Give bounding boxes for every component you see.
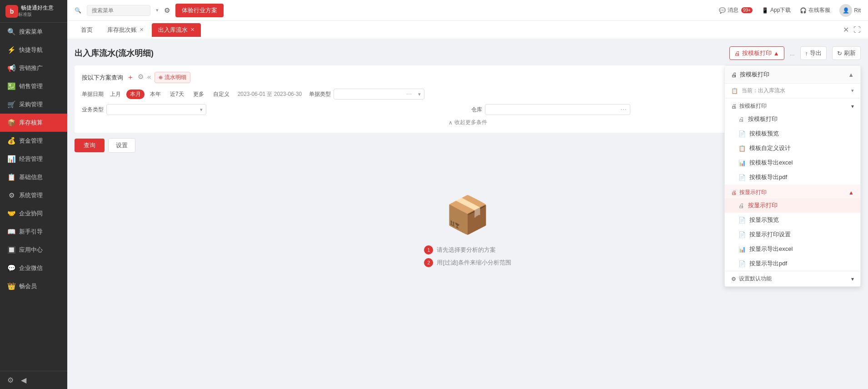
dropdown-item-display-excel[interactable]: 📊 按显示导出excel	[725, 242, 860, 256]
industry-solution-button[interactable]: 体验行业方案	[175, 4, 224, 17]
sidebar-label-cooperation: 企业协同	[19, 209, 43, 218]
export-button[interactable]: ↑ 导出	[800, 46, 827, 60]
tab-batch-label: 库存批次账	[107, 26, 137, 34]
sidebar-item-inventory[interactable]: 📦 库存核算	[0, 114, 67, 132]
current-label: 当前：出入库流水	[742, 87, 785, 95]
display-print-section[interactable]: 🖨 按显示打印 ▲	[725, 185, 860, 198]
sidebar-label-wechat: 企业微信	[19, 264, 43, 272]
dropdown-item-template-preview[interactable]: 📄 按模板预览	[725, 126, 860, 141]
footer-label: 设置默认功能	[739, 275, 772, 283]
settings-button[interactable]: 设置	[108, 138, 135, 153]
sidebar-icon-system: ⚙	[7, 191, 15, 199]
messages-button[interactable]: 💬 消息 99+	[719, 6, 753, 14]
logo: b 畅捷通好生意 标准版	[0, 0, 67, 23]
sidebar-item-quick_nav[interactable]: ⚡ 快捷导航	[0, 41, 67, 59]
scroll-up-button[interactable]: ▲	[848, 71, 854, 78]
sidebar-item-finance[interactable]: 💰 资金管理	[0, 132, 67, 150]
dropdown-item-display-preview[interactable]: 📄 按显示预览	[725, 213, 860, 227]
section-arrow-icon: ▾	[851, 103, 854, 110]
topbar-dropdown-icon[interactable]: ▾	[156, 7, 159, 13]
dropdown-item-display-print[interactable]: 🖨 按显示打印	[725, 198, 860, 213]
filter-label: 按以下方案查询	[82, 72, 123, 82]
sidebar-item-system[interactable]: ⚙ 系统管理	[0, 186, 67, 204]
date-range-display: 2023-06-01 至 2023-06-30	[238, 90, 302, 98]
tab-batch-close[interactable]: ✕	[140, 27, 144, 33]
window-close-icon[interactable]: ✕	[843, 25, 849, 34]
sidebar-item-sales[interactable]: 💹 销售管理	[0, 77, 67, 95]
header-actions: 🖨 按模板打印 ▲ ... ↑ 导出 ↻ 刷新	[729, 46, 861, 60]
template-print-section[interactable]: 🖨 按模板打印 ▾	[725, 98, 860, 112]
dropdown-title: 🖨 按模板打印	[731, 70, 769, 79]
item-icon-9: 📊	[738, 246, 746, 253]
online-service-button[interactable]: 🎧 在线客服	[800, 6, 830, 14]
tab-home[interactable]: 首页	[75, 23, 99, 37]
step-2-text: 用[过滤]条件来缩小分析范围	[437, 259, 511, 267]
sidebar-item-guide[interactable]: 📖 新手引导	[0, 223, 67, 241]
date-btn-this-year[interactable]: 本年	[146, 90, 165, 99]
printer-icon-2: 🖨	[731, 71, 737, 78]
item-display-excel-label: 按显示导出excel	[749, 245, 793, 253]
filter-tag-circle-icon: ⊕	[159, 75, 163, 80]
sidebar-item-cooperation[interactable]: 🤝 企业协同	[0, 204, 67, 223]
dropdown-item-display-pdf[interactable]: 📄 按显示导出pdf	[725, 256, 860, 271]
refresh-button[interactable]: ↻ 刷新	[832, 46, 861, 60]
biz-type-select[interactable]	[106, 104, 206, 115]
topbar-gear-icon[interactable]: ⚙	[164, 6, 170, 15]
dropdown-item-display-print-settings[interactable]: 📄 按显示打印设置	[725, 227, 860, 242]
sidebar-label-marketing: 营销推广	[19, 64, 43, 72]
sidebar-item-basics[interactable]: 📋 基础信息	[0, 168, 67, 186]
dropdown-footer-set-default[interactable]: ⚙ 设置默认功能 ▾	[725, 271, 860, 286]
date-btn-more[interactable]: 更多	[190, 90, 208, 99]
more-actions-icon[interactable]: ...	[790, 50, 795, 57]
sidebar-label-finance: 资金管理	[19, 137, 43, 145]
search-input[interactable]	[87, 5, 150, 16]
dropdown-item-template-pdf[interactable]: 📄 按模板导出pdf	[725, 170, 860, 185]
doc-type-select[interactable]	[334, 89, 424, 100]
sidebar-label-vip: 畅会员	[19, 282, 37, 290]
date-btn-last-month[interactable]: 上月	[106, 90, 125, 99]
sidebar-item-vip[interactable]: 👑 畅会员	[0, 277, 67, 295]
avatar: 👤	[839, 4, 852, 17]
sidebar-item-purchase[interactable]: 🛒 采购管理	[0, 95, 67, 114]
sidebar-icon-apps: 🔲	[7, 246, 15, 254]
sidebar-icon-guide: 📖	[7, 228, 15, 236]
sidebar-item-search[interactable]: 🔍 搜索菜单	[0, 23, 67, 41]
print-template-button[interactable]: 🖨 按模板打印 ▲	[729, 46, 784, 60]
tab-batch[interactable]: 库存批次账 ✕	[101, 23, 150, 37]
sidebar-item-marketing[interactable]: 📢 营销推广	[0, 59, 67, 77]
sidebar-label-quick_nav: 快捷导航	[19, 46, 43, 54]
collapse-label: 收起更多条件	[454, 119, 487, 126]
date-btn-this-month[interactable]: 本月	[126, 90, 145, 99]
tab-flow-close[interactable]: ✕	[190, 27, 195, 33]
sidebar-collapse-icon[interactable]: ◀	[21, 376, 26, 384]
sidebar-label-purchase: 采购管理	[19, 100, 43, 109]
filter-tag[interactable]: ⊕ 流水明细	[155, 72, 190, 83]
user-profile[interactable]: 👤 Rit	[839, 4, 861, 17]
window-controls: ✕ ⛶	[843, 25, 861, 34]
sidebar-settings-icon[interactable]: ⚙	[7, 376, 14, 384]
sidebar-label-operation: 经营管理	[19, 155, 43, 163]
dropdown-item-template-custom[interactable]: 📋 模板自定义设计	[725, 141, 860, 155]
current-dropdown-icon[interactable]: ▾	[851, 88, 854, 94]
sidebar-item-wechat[interactable]: 💬 企业微信	[0, 259, 67, 277]
query-button[interactable]: 查询	[75, 139, 105, 152]
filter-add-icon[interactable]: ＋	[127, 73, 134, 82]
filter-toggle-icon[interactable]: «	[147, 73, 151, 80]
window-expand-icon[interactable]: ⛶	[853, 26, 861, 34]
date-btn-custom[interactable]: 自定义	[210, 90, 233, 99]
filter-settings-icon[interactable]: ⚙	[138, 73, 144, 81]
sidebar-icon-operation: 📊	[7, 155, 15, 163]
date-btn-7days[interactable]: 近7天	[166, 90, 188, 99]
tab-flow[interactable]: 出入库流水 ✕	[152, 23, 201, 37]
sidebar-icon-search: 🔍	[7, 28, 15, 36]
sidebar-item-operation[interactable]: 📊 经营管理	[0, 150, 67, 168]
logo-text-block: 畅捷通好生意 标准版	[18, 5, 54, 18]
item-icon-6: 🖨	[738, 202, 744, 209]
biz-type-label: 业务类型	[82, 106, 104, 114]
app-download-button[interactable]: 📱 App下载	[762, 6, 791, 14]
warehouse-input[interactable]	[485, 104, 630, 115]
sidebar-item-apps[interactable]: 🔲 应用中心	[0, 241, 67, 259]
dropdown-item-template-print[interactable]: 🖨 按模板打印	[725, 112, 860, 126]
chevron-up-icon: ▲	[773, 50, 779, 57]
dropdown-item-template-excel[interactable]: 📊 按模板导出excel	[725, 155, 860, 170]
